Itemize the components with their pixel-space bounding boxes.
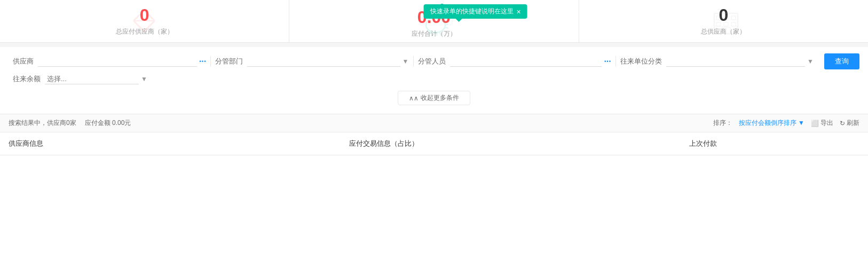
table-col-last-payment: 上次付款 bbox=[689, 139, 859, 148]
department-chevron-icon: ▼ bbox=[403, 58, 409, 65]
balance-label: 往来余额 bbox=[13, 74, 41, 84]
stat-total-payable-suppliers: 0 总应付供应商（家） bbox=[0, 0, 289, 42]
unit-class-input[interactable] bbox=[666, 56, 805, 67]
filter-balance: 往来余额 ▼ bbox=[9, 74, 147, 84]
results-amount: 应付金额 0.00元 bbox=[85, 119, 131, 128]
tooltip-close-button[interactable]: × bbox=[517, 8, 521, 15]
tooltip-text: 快速录单的快捷键说明在这里 bbox=[430, 7, 514, 16]
sort-value[interactable]: 按应付会额倒序排序 ▼ bbox=[739, 119, 804, 128]
collapse-button[interactable]: ∧∧ 收起更多条件 bbox=[398, 91, 470, 105]
svg-rect-16 bbox=[731, 22, 736, 26]
filter-supplier: 供应商 ··· bbox=[9, 56, 211, 67]
department-input[interactable] bbox=[247, 56, 400, 67]
svg-rect-11 bbox=[716, 16, 721, 20]
query-button[interactable]: 查询 bbox=[824, 53, 859, 69]
filter-row-1: 供应商 ··· 分管部门 ▼ 分管人员 ··· 往来单位分类 ▼ 查询 bbox=[9, 53, 859, 69]
results-left: 搜索结果中，供应商0家 应付金额 0.00元 bbox=[9, 119, 131, 128]
svg-point-2 bbox=[426, 18, 445, 33]
table-col-transaction-info: 应付交易信息（占比） bbox=[349, 139, 690, 148]
stat-total-suppliers: 0 总供应商（家） bbox=[579, 0, 868, 42]
export-label: 导出 bbox=[820, 119, 833, 128]
table-header: 供应商信息 应付交易信息（占比） 上次付款 bbox=[0, 132, 868, 155]
department-label: 分管部门 bbox=[215, 57, 243, 66]
filter-person: 分管人员 ··· bbox=[414, 56, 616, 67]
sort-label: 排序： bbox=[713, 119, 732, 128]
filter-row-2: 往来余额 ▼ bbox=[9, 74, 859, 84]
unit-class-chevron-icon: ▼ bbox=[807, 58, 814, 65]
diamond-icon bbox=[131, 8, 158, 35]
collapse-label: 收起更多条件 bbox=[421, 93, 459, 103]
supplier-label: 供应商 bbox=[13, 57, 34, 66]
filter-department: 分管部门 ▼ bbox=[211, 56, 413, 67]
balance-chevron-icon: ▼ bbox=[141, 75, 147, 83]
results-right: 排序： 按应付会额倒序排序 ▼ ⬜ 导出 ↻ 刷新 bbox=[713, 119, 859, 128]
person-input[interactable] bbox=[450, 56, 602, 67]
top-stats-section: 0 总应付供应商（家） 快速录单的快捷键说明在这里 × 0.00 应付合计（万） bbox=[0, 0, 868, 43]
table-col-supplier-info: 供应商信息 bbox=[9, 139, 349, 148]
svg-rect-13 bbox=[731, 16, 736, 20]
unit-class-label: 往来单位分类 bbox=[620, 57, 662, 66]
filter-section: 供应商 ··· 分管部门 ▼ 分管人员 ··· 往来单位分类 ▼ 查询 往来余额 bbox=[0, 47, 868, 114]
table-body bbox=[0, 155, 868, 275]
supplier-input[interactable] bbox=[38, 56, 197, 67]
svg-rect-17 bbox=[722, 27, 730, 34]
filter-unit-class: 往来单位分类 ▼ bbox=[616, 56, 818, 67]
building-icon bbox=[710, 8, 737, 35]
results-bar: 搜索结果中，供应商0家 应付金额 0.00元 排序： 按应付会额倒序排序 ▼ ⬜… bbox=[0, 114, 868, 132]
person-dots[interactable]: ··· bbox=[604, 57, 611, 66]
svg-rect-12 bbox=[724, 16, 728, 20]
refresh-label: 刷新 bbox=[847, 119, 859, 128]
svg-rect-14 bbox=[716, 22, 721, 26]
svg-line-5 bbox=[445, 27, 448, 28]
shortcut-tooltip: 快速录单的快捷键说明在这里 × bbox=[424, 4, 527, 19]
stat-payable-total: 快速录单的快捷键说明在这里 × 0.00 应付合计（万） bbox=[289, 0, 579, 42]
results-suppliers-count: 搜索结果中，供应商0家 bbox=[9, 119, 76, 128]
supplier-dots[interactable]: ··· bbox=[199, 57, 206, 66]
collapse-up-icon: ∧∧ bbox=[409, 95, 419, 102]
export-icon: ⬜ bbox=[811, 120, 819, 127]
export-button[interactable]: ⬜ 导出 bbox=[811, 119, 833, 128]
refresh-button[interactable]: ↻ 刷新 bbox=[840, 119, 859, 128]
collapse-row: ∧∧ 收起更多条件 bbox=[9, 89, 859, 109]
refresh-icon: ↻ bbox=[840, 120, 845, 127]
balance-input[interactable] bbox=[45, 74, 139, 84]
person-label: 分管人员 bbox=[418, 57, 446, 66]
svg-rect-15 bbox=[724, 22, 728, 26]
